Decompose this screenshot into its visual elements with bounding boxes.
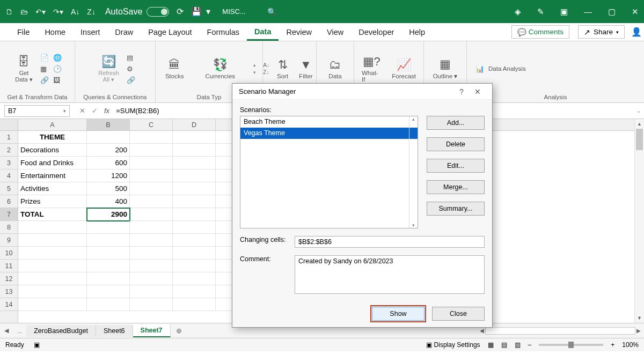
row-header[interactable]: 14 [0,298,18,311]
cell[interactable] [173,157,216,169]
cell[interactable] [173,247,216,260]
cell[interactable] [130,131,173,144]
cell[interactable] [130,260,173,272]
scenario-item[interactable]: Beach Theme [240,116,418,128]
cell[interactable]: 600 [87,157,130,169]
scenarios-listbox[interactable]: Beach Theme Vegas Theme ▴▾ [240,116,418,228]
cell[interactable] [18,234,87,247]
cell[interactable]: Prizes [18,195,87,208]
close-icon[interactable]: ✕ [632,7,639,17]
scroll-up-icon[interactable]: ▲ [635,119,644,129]
add-sheet-button[interactable]: ⊕ [171,327,187,335]
edit-links-icon[interactable]: 🔗 [127,76,135,84]
cell[interactable]: THEME [18,131,87,144]
sheet-tab[interactable]: ZeroBasedBudget [26,325,96,337]
expand-formula-icon[interactable]: ⌄ [636,108,641,114]
macro-record-icon[interactable]: ▣ [34,341,40,349]
forecast-button[interactable]: 📈Forecast [389,56,419,82]
share-button[interactable]: ↗Share▾ [578,25,625,39]
diamond-icon[interactable]: ◈ [515,7,521,17]
tab-nav-more[interactable]: ... [13,328,26,334]
cell[interactable] [173,208,216,221]
cell[interactable] [130,272,173,285]
scenario-item-selected[interactable]: Vegas Theme [240,128,418,139]
cell[interactable] [173,298,216,311]
data-analysis-icon[interactable]: 📊 [475,65,484,73]
scroll-down-icon[interactable]: ▼ [635,313,644,323]
cell[interactable] [87,272,130,285]
summary-button[interactable]: Summary... [427,202,485,216]
horizontal-scrollbar[interactable] [485,327,635,335]
row-header[interactable]: 13 [0,285,18,298]
cell[interactable] [18,298,87,311]
row-header[interactable]: 12 [0,272,18,285]
cell[interactable] [173,182,216,195]
sort-button[interactable]: ⇅Sort [274,56,291,82]
name-box[interactable]: B7▾ [4,105,70,117]
properties-icon[interactable]: ⚙ [127,65,135,73]
sort-desc-icon[interactable]: Z↓ [87,8,96,16]
cell[interactable]: Decorations [18,144,87,157]
cell[interactable]: 400 [87,195,130,208]
cell[interactable] [130,144,173,157]
cell[interactable] [130,208,173,221]
autosave-toggle[interactable]: Off [147,7,169,17]
cell[interactable]: TOTAL [18,208,87,221]
tab-file[interactable]: File [10,23,37,41]
get-data-button[interactable]: 🗄Get Data ▾ [12,53,35,85]
edit-scenario-button[interactable]: Edit... [427,159,485,173]
tab-view[interactable]: View [319,23,351,41]
refresh-all-button[interactable]: 🔄Refresh All ▾ [95,53,122,85]
cell[interactable]: Entertainment [18,169,87,182]
cell[interactable] [87,234,130,247]
cell[interactable] [173,221,216,234]
currencies-button[interactable]: 💱Currencies [202,56,238,82]
row-header[interactable]: 2 [0,144,18,157]
pencil-icon[interactable]: ✎ [537,7,544,17]
view-normal-icon[interactable]: ▦ [488,341,494,349]
display-settings-button[interactable]: ▣ Display Settings [426,341,480,349]
from-table-icon[interactable]: ▦ [40,65,50,73]
save-dropdown-icon[interactable]: ▾ [206,6,210,17]
cell[interactable] [130,221,173,234]
enter-formula-icon[interactable]: ✓ [92,107,98,115]
from-pic-icon[interactable]: 🖼 [53,76,63,84]
row-header[interactable]: 3 [0,157,18,169]
filter-button[interactable]: ▼Filter [296,56,316,82]
minimize-icon[interactable]: — [584,7,592,17]
cell[interactable] [18,247,87,260]
outline-button[interactable]: ▦Outline ▾ [430,55,461,82]
from-web-icon[interactable]: 🌐 [53,54,63,62]
cell[interactable] [18,285,87,298]
whatif-button[interactable]: ▦?What-If [358,53,384,85]
tab-home[interactable]: Home [37,23,73,41]
comments-button[interactable]: 💬Comments [511,25,569,39]
scroll-thumb[interactable] [636,129,643,150]
add-scenario-button[interactable]: Add... [427,116,485,130]
cell[interactable] [130,298,173,311]
fx-icon[interactable]: fx [104,107,109,115]
cell[interactable] [87,131,130,144]
redo-icon[interactable]: ↷▾ [53,8,63,16]
tab-insert[interactable]: Insert [73,23,107,41]
sort-asc-icon[interactable]: A↓ [263,62,269,68]
cell[interactable] [173,285,216,298]
tab-nav-prev[interactable]: ◀ [0,327,13,334]
cell[interactable]: Activities [18,182,87,195]
data-analysis-button[interactable]: Data Analysis [488,65,526,72]
cancel-formula-icon[interactable]: ✕ [79,107,85,115]
vertical-scrollbar[interactable]: ▲ ▼ [634,119,644,323]
dialog-help-icon[interactable]: ? [453,87,470,96]
view-layout-icon[interactable]: ▤ [501,341,507,349]
zoom-out-icon[interactable]: – [528,341,532,349]
column-header[interactable]: B [87,119,130,130]
cell[interactable] [130,182,173,195]
search-icon[interactable]: 🔍 [267,8,276,16]
hscroll-right-icon[interactable]: ▶ [636,328,641,334]
cell[interactable]: 2900 [87,208,130,221]
row-header[interactable]: 1 [0,131,18,144]
view-break-icon[interactable]: ▥ [515,341,521,349]
row-header[interactable]: 4 [0,169,18,182]
cell[interactable]: 1200 [87,169,130,182]
row-header[interactable]: 11 [0,260,18,272]
